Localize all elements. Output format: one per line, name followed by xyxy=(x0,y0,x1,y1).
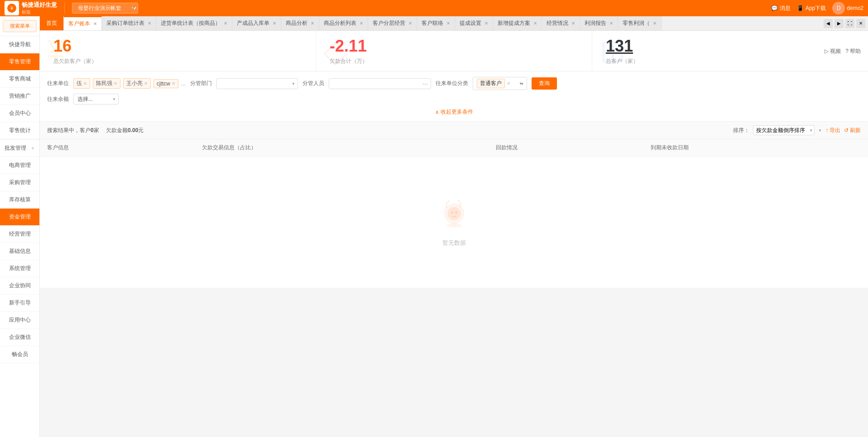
filter-more-tags[interactable]: ... xyxy=(181,81,186,87)
sidebar-item-inventory[interactable]: 库存核算 xyxy=(0,191,39,209)
sidebar-item-purchase[interactable]: 采购管理 xyxy=(0,174,39,191)
svg-point-4 xyxy=(451,211,453,214)
sidebar-item-finance[interactable]: 资金管理 xyxy=(0,209,39,226)
tab-purchase-table[interactable]: 进货单统计表（按商品） ✕ xyxy=(156,16,232,30)
message-btn[interactable]: 💬 消息 xyxy=(771,5,791,12)
query-button[interactable]: 查询 xyxy=(532,77,557,90)
balance-select[interactable]: 选择... xyxy=(73,94,119,104)
tab-product-analysis-list[interactable]: 商品分析列表 ✕ xyxy=(319,16,368,30)
sidebar-item-app-center[interactable]: 应用中心 xyxy=(0,312,39,329)
tab-close-profit-report[interactable]: ✕ xyxy=(609,21,613,26)
balance-select-wrap[interactable]: 选择... xyxy=(73,94,119,104)
filter-area: 往来单位 伍 ✕ 陈民强 ✕ 王小亮 ✕ xyxy=(40,71,868,122)
unit-category-select-wrap[interactable]: 普通客户 ✕ ▼ xyxy=(473,77,527,90)
tab-customer-book[interactable]: 客户账本 ✕ xyxy=(64,16,102,30)
divider xyxy=(64,3,65,14)
tag-close-1[interactable]: ✕ xyxy=(83,81,87,86)
sidebar-item-retail-stats[interactable]: 零售统计 xyxy=(0,122,39,139)
top-bar: ¥ 畅捷通好生意 标版 母婴行业演示帐套 💬 消息 📱 App下载 D demo… xyxy=(0,0,868,16)
sidebar-search: 搜索菜单 xyxy=(0,16,39,36)
unit-category-label: 往来单位分类 xyxy=(436,80,468,87)
unit-category-close[interactable]: ✕ xyxy=(507,81,510,86)
stat-bg-icon-2: ◇ xyxy=(323,33,348,70)
tab-customer-contact[interactable]: 客户联络 ✕ xyxy=(417,16,455,30)
tab-close-retail-profit[interactable]: ✕ xyxy=(653,21,657,26)
sidebar-item-ecommerce[interactable]: 电商管理 xyxy=(0,157,39,174)
refresh-button[interactable]: ↺ 刷新 xyxy=(844,127,861,134)
logo-text-block: 畅捷通好生意 标版 xyxy=(22,1,57,15)
tab-retail-profit[interactable]: 零售利润（ ✕ xyxy=(618,16,662,30)
tab-close-purchase-table[interactable]: ✕ xyxy=(224,21,227,26)
tab-home[interactable]: 首页 xyxy=(40,16,64,30)
empty-row: 暂无数据 xyxy=(40,157,868,288)
tab-purchase-stats[interactable]: 采购订单统计表 ✕ xyxy=(102,16,156,30)
tab-close-product-analysis[interactable]: ✕ xyxy=(311,21,314,26)
filter-tag-4: cjttcw ✕ xyxy=(153,79,178,88)
tab-close-customer-tier[interactable]: ✕ xyxy=(408,21,412,26)
export-button[interactable]: ↑ 导出 xyxy=(825,127,840,134)
sidebar-item-member[interactable]: 会员中心 xyxy=(0,105,39,122)
person-input[interactable] xyxy=(329,79,420,89)
sidebar-item-retail-shop[interactable]: 零售商城 xyxy=(0,71,39,88)
sidebar-item-quick-nav[interactable]: 快捷导航 xyxy=(0,36,39,53)
tabs-bar: 首页 客户账本 ✕ 采购订单统计表 ✕ 进货单统计表（按商品） ✕ 产成品入库单… xyxy=(40,16,868,31)
unit-category-tag-wrap: 普通客户 ✕ ▼ xyxy=(473,77,527,90)
tab-close-new-raise[interactable]: ✕ xyxy=(533,21,537,26)
sidebar-item-batch-mgmt[interactable]: 批发管理 ▼ xyxy=(0,140,39,157)
sidebar-item-basic-info[interactable]: 基础信息 xyxy=(0,243,39,260)
unit-category-dropdown[interactable]: ▼ xyxy=(519,81,523,86)
person-input-more[interactable]: ··· xyxy=(420,80,431,87)
result-info: 搜索结果中，客户0家 欠款金额0.00元 xyxy=(47,127,149,134)
search-menu-button[interactable]: 搜索菜单 xyxy=(3,20,37,32)
tab-product-analysis[interactable]: 商品分析 ✕ xyxy=(281,16,319,30)
tag-close-2[interactable]: ✕ xyxy=(114,81,117,86)
collapse-button[interactable]: ∧ 收起更多条件 xyxy=(435,108,473,116)
sidebar-item-retail-mgmt[interactable]: 零售管理 xyxy=(0,53,39,71)
tab-close-product-enter[interactable]: ✕ xyxy=(273,21,276,26)
tab-close-business-status[interactable]: ✕ xyxy=(571,21,575,26)
tab-profit-report[interactable]: 利润报告 ✕ xyxy=(580,16,618,30)
tab-expand-btn[interactable]: ⛶ xyxy=(845,19,854,28)
filter-row-1: 往来单位 伍 ✕ 陈民强 ✕ 王小亮 ✕ xyxy=(47,77,861,90)
sidebar-item-system[interactable]: 系统管理 xyxy=(0,260,39,277)
tag-close-4[interactable]: ✕ xyxy=(172,81,175,86)
tab-product-enter[interactable]: 产成品入库单 ✕ xyxy=(232,16,281,30)
tab-close-customer-contact[interactable]: ✕ xyxy=(446,21,450,26)
account-select-wrap[interactable]: 母婴行业演示帐套 xyxy=(72,3,138,14)
store-unit-label: 往来单位 xyxy=(47,80,69,87)
sidebar-item-enterprise[interactable]: 企业协同 xyxy=(0,277,39,294)
app-download-btn[interactable]: 📱 App下载 xyxy=(797,5,826,12)
sort-label: 排序： xyxy=(733,127,749,134)
tab-business-status[interactable]: 经营情况 ✕ xyxy=(542,16,580,30)
sort-wrap[interactable]: 按欠款金额倒序排序 xyxy=(753,125,815,135)
tab-new-raise[interactable]: 新增提成方案 ✕ xyxy=(493,16,542,30)
tab-raise-setting[interactable]: 提成设置 ✕ xyxy=(455,16,493,30)
dept-select[interactable] xyxy=(216,78,298,89)
tab-prev-btn[interactable]: ◀ xyxy=(824,19,833,28)
account-select[interactable]: 母婴行业演示帐套 xyxy=(72,3,138,14)
sidebar-item-marketing[interactable]: 营销推广 xyxy=(0,88,39,105)
tab-customer-tier[interactable]: 客户分层经营 ✕ xyxy=(368,16,417,30)
help-btn[interactable]: ? 帮助 xyxy=(845,47,861,55)
sort-select[interactable]: 按欠款金额倒序排序 xyxy=(753,125,815,135)
user-menu[interactable]: D demo2 xyxy=(832,2,863,14)
tab-close-purchase-stats[interactable]: ✕ xyxy=(148,21,151,26)
sidebar-item-vip[interactable]: 畅会员 xyxy=(0,346,39,363)
col-repayment: 回款情况 xyxy=(489,139,643,157)
tab-close-raise-setting[interactable]: ✕ xyxy=(484,21,488,26)
tab-next-btn[interactable]: ▶ xyxy=(834,19,844,28)
avatar: D xyxy=(832,2,845,14)
logo-icon: ¥ xyxy=(5,1,19,15)
video-btn[interactable]: ▷ 视频 xyxy=(825,47,841,55)
export-icon: ↑ xyxy=(825,127,828,133)
tag-close-3[interactable]: ✕ xyxy=(144,81,148,86)
tab-close-customer-book[interactable]: ✕ xyxy=(93,21,97,26)
dept-select-wrap[interactable] xyxy=(216,78,298,89)
sidebar-item-guide[interactable]: 新手引导 xyxy=(0,294,39,312)
empty-state: 暂无数据 xyxy=(47,161,861,283)
sidebar-item-wechat-work[interactable]: 企业微信 xyxy=(0,329,39,346)
filter-tags: 伍 ✕ 陈民强 ✕ 王小亮 ✕ cjttcw ✕ xyxy=(73,78,186,89)
sidebar-item-business[interactable]: 经营管理 xyxy=(0,226,39,243)
tab-close-all-btn[interactable]: ✕ xyxy=(856,19,865,28)
tab-close-product-analysis-list[interactable]: ✕ xyxy=(360,21,363,26)
